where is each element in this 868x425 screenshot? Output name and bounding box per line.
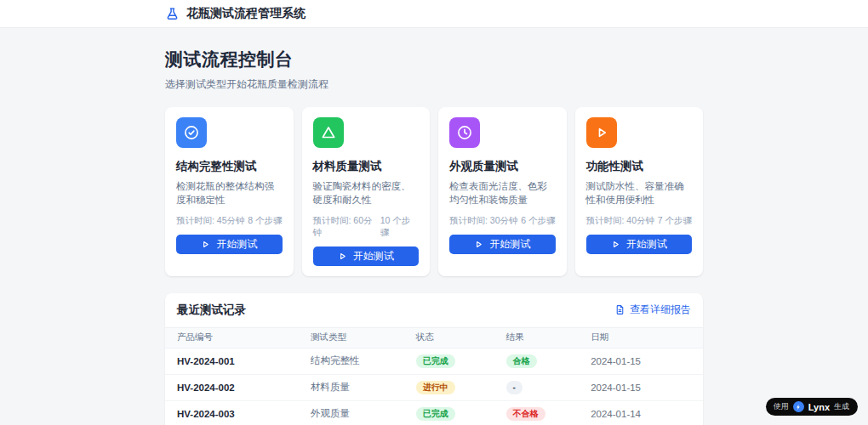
- warning-triangle-icon: [313, 117, 344, 148]
- status-badge: 进行中: [416, 381, 455, 394]
- card-description: 检查表面光洁度、色彩均匀性和装饰质量: [449, 179, 556, 207]
- card-estimated-time: 预计时间: 40分钟: [586, 215, 655, 227]
- card-step-count: 8 个步骤: [248, 215, 282, 227]
- status-badge: 已完成: [416, 354, 455, 368]
- cell-product-id: HV-2024-001: [177, 356, 311, 366]
- lynx-badge-suffix: 生成: [834, 401, 849, 412]
- table-row: HV-2024-003 外观质量 已完成 不合格 2024-01-14: [165, 401, 703, 425]
- flask-icon: [165, 7, 180, 21]
- table-row: HV-2024-001 结构完整性 已完成 合格 2024-01-15: [165, 348, 703, 375]
- app-header: 花瓶测试流程管理系统: [0, 0, 868, 28]
- card-estimated-time: 预计时间: 60分钟: [313, 215, 380, 239]
- card-estimated-time: 预计时间: 45分钟: [176, 215, 245, 227]
- app-title: 花瓶测试流程管理系统: [186, 6, 306, 21]
- records-column-headers: 产品编号测试类型状态结果日期: [165, 327, 703, 348]
- lynx-generated-badge[interactable]: 使用 Lynx 生成: [766, 398, 858, 416]
- lynx-badge-prefix: 使用: [774, 401, 789, 412]
- card-title: 材料质量测试: [313, 159, 420, 174]
- column-header: 日期: [591, 332, 691, 343]
- test-card: 结构完整性测试 检测花瓶的整体结构强度和稳定性 预计时间: 45分钟 8 个步骤…: [165, 107, 294, 276]
- card-step-count: 7 个步骤: [658, 215, 692, 227]
- play-outline-icon: [611, 240, 620, 249]
- page-title: 测试流程控制台: [165, 48, 703, 71]
- lynx-logo-icon: [793, 401, 804, 412]
- play-outline-icon: [201, 240, 210, 249]
- start-test-button[interactable]: 开始测试: [449, 235, 556, 254]
- document-icon: [614, 304, 625, 315]
- test-cards: 结构完整性测试 检测花瓶的整体结构强度和稳定性 预计时间: 45分钟 8 个步骤…: [165, 107, 703, 276]
- start-test-label: 开始测试: [626, 237, 667, 252]
- column-header: 产品编号: [177, 332, 311, 343]
- result-badge: 合格: [506, 354, 537, 368]
- card-title: 结构完整性测试: [176, 159, 283, 174]
- status-badge: 已完成: [416, 407, 455, 421]
- column-header: 状态: [416, 332, 506, 343]
- column-header: 结果: [506, 332, 591, 343]
- start-test-button[interactable]: 开始测试: [313, 246, 420, 266]
- card-estimated-time: 预计时间: 30分钟: [449, 215, 518, 227]
- view-report-link[interactable]: 查看详细报告: [614, 303, 691, 317]
- cell-product-id: HV-2024-003: [177, 409, 311, 419]
- records-table-body: HV-2024-001 结构完整性 已完成 合格 2024-01-15 HV-2…: [165, 348, 703, 425]
- card-title: 外观质量测试: [449, 159, 556, 174]
- card-description: 测试防水性、容量准确性和使用便利性: [586, 179, 693, 207]
- page-subtitle: 选择测试类型开始花瓶质量检测流程: [165, 77, 703, 92]
- play-outline-icon: [474, 240, 483, 249]
- start-test-label: 开始测试: [216, 237, 257, 252]
- test-card: 材料质量测试 验证陶瓷材料的密度、硬度和耐久性 预计时间: 60分钟 10 个步…: [302, 107, 431, 276]
- start-test-button[interactable]: 开始测试: [176, 235, 283, 254]
- play-icon: [586, 117, 617, 148]
- card-description: 检测花瓶的整体结构强度和稳定性: [176, 179, 283, 207]
- cell-date: 2024-01-15: [591, 382, 691, 393]
- card-step-count: 6 个步骤: [521, 215, 555, 227]
- records-title: 最近测试记录: [177, 303, 246, 318]
- cell-test-type: 外观质量: [311, 407, 416, 420]
- start-test-button[interactable]: 开始测试: [586, 235, 693, 254]
- column-header: 测试类型: [311, 332, 416, 343]
- cell-test-type: 结构完整性: [311, 354, 416, 367]
- main-content: 测试流程控制台 选择测试类型开始花瓶质量检测流程 结构完整性测试 检测花瓶的整体…: [165, 28, 703, 425]
- cell-test-type: 材料质量: [311, 381, 416, 394]
- result-badge: 不合格: [506, 407, 545, 421]
- play-outline-icon: [338, 252, 347, 261]
- table-row: HV-2024-002 材料质量 进行中 - 2024-01-15: [165, 375, 703, 401]
- clock-icon: [449, 117, 480, 148]
- card-step-count: 10 个步骤: [380, 215, 419, 239]
- lynx-brand-label: Lynx: [808, 402, 830, 412]
- test-card: 外观质量测试 检查表面光洁度、色彩均匀性和装饰质量 预计时间: 30分钟 6 个…: [438, 107, 567, 276]
- view-report-label: 查看详细报告: [630, 303, 691, 317]
- card-title: 功能性测试: [586, 159, 693, 174]
- recent-records-panel: 最近测试记录 查看详细报告 产品编号测试类型状态结果日期 HV-2024-001…: [165, 293, 703, 425]
- cell-date: 2024-01-14: [591, 409, 691, 419]
- start-test-label: 开始测试: [489, 237, 530, 252]
- card-description: 验证陶瓷材料的密度、硬度和耐久性: [313, 179, 420, 207]
- result-badge: -: [506, 381, 523, 394]
- cell-product-id: HV-2024-002: [177, 382, 311, 393]
- check-circle-icon: [176, 117, 207, 148]
- start-test-label: 开始测试: [353, 249, 394, 264]
- test-card: 功能性测试 测试防水性、容量准确性和使用便利性 预计时间: 40分钟 7 个步骤…: [575, 107, 704, 276]
- cell-date: 2024-01-15: [591, 356, 691, 366]
